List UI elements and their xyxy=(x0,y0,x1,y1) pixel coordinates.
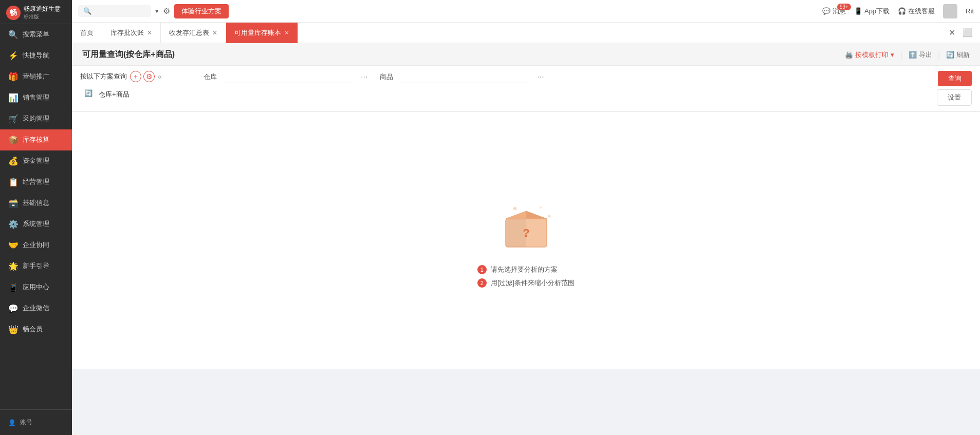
sidebar-header: 畅 畅康通好生意 标准版 xyxy=(0,0,72,24)
query-filters: 仓库 ··· 商品 ··· xyxy=(193,71,929,83)
sidebar-item-appcenter[interactable]: 📱 应用中心 xyxy=(0,277,72,298)
user-icon: 👤 xyxy=(8,419,16,426)
service-label: 在线客服 xyxy=(908,7,935,16)
sidebar-item-marketing[interactable]: 🎁 营销推广 xyxy=(0,66,72,87)
industry-button[interactable]: 体验行业方案 xyxy=(174,4,229,18)
sidebar-item-label: 快捷导航 xyxy=(23,51,49,60)
message-icon: 💬 xyxy=(822,7,830,15)
phone-icon: 📱 xyxy=(854,7,862,15)
online-service-button[interactable]: 🎧 在线客服 xyxy=(898,7,935,16)
sidebar-item-shortcut[interactable]: ⚡ 快捷导航 xyxy=(0,45,72,66)
tab-batch-close[interactable]: ✕ xyxy=(147,29,152,36)
tab-available-label: 可用量库存账本 xyxy=(234,28,281,37)
goods-label: 商品 xyxy=(380,72,393,82)
refresh-button[interactable]: 🔄 刷新 xyxy=(946,50,970,60)
system-icon: ⚙️ xyxy=(8,219,19,229)
print-label: 按模板打印 xyxy=(855,50,889,60)
message-button[interactable]: 💬 消息 99+ xyxy=(822,7,846,16)
scheme-item-warehouse-goods[interactable]: 🔄 仓库+商品 xyxy=(80,86,184,103)
sidebar-item-label: 企业微信 xyxy=(23,304,49,313)
query-button[interactable]: 查询 xyxy=(938,71,972,86)
logo-icon: 畅 xyxy=(6,6,21,20)
sidebar: 畅 畅康通好生意 标准版 🔍 搜索菜单 ⚡ 快捷导航 🎁 营销推广 📊 xyxy=(0,0,72,435)
sidebar-item-operation[interactable]: 📋 经营管理 xyxy=(0,172,72,193)
sales-icon: 📊 xyxy=(8,93,19,103)
tip-text-2: 用[过滤]条件来缩小分析范围 xyxy=(491,278,575,288)
tab-available[interactable]: 可用量库存账本 ✕ xyxy=(226,23,298,43)
enterprise-icon: 🤝 xyxy=(8,240,19,250)
tip-num-2: 2 xyxy=(477,278,487,288)
sidebar-item-system[interactable]: ⚙️ 系统管理 xyxy=(0,214,72,235)
query-panel: 按以下方案查询 + ⚙ « 🔄 仓库+商品 仓库 xyxy=(72,66,980,111)
search-box[interactable]: 🔍 xyxy=(78,5,151,17)
sidebar-item-finance[interactable]: 💰 资金管理 xyxy=(0,150,72,172)
warehouse-input[interactable] xyxy=(221,71,355,83)
tab-receipt-close[interactable]: ✕ xyxy=(212,29,217,36)
sidebar-item-member[interactable]: 👑 畅会员 xyxy=(0,319,72,340)
app-download-button[interactable]: 📱 App下载 xyxy=(854,7,890,16)
scheme-actions: + ⚙ xyxy=(130,71,155,82)
tab-available-close[interactable]: ✕ xyxy=(284,29,289,36)
filter-goods: 商品 ··· xyxy=(380,71,546,83)
edit-scheme-button[interactable]: ⚙ xyxy=(143,71,155,82)
newguide-icon: 🌟 xyxy=(8,261,19,271)
sidebar-item-wechat[interactable]: 💬 企业微信 xyxy=(0,298,72,319)
sidebar-bottom-user[interactable]: 👤 账号 xyxy=(0,414,72,431)
logo-sub: 标准版 xyxy=(24,13,61,21)
tip-num-1: 1 xyxy=(477,265,487,274)
search-input[interactable] xyxy=(95,8,146,15)
dropdown-icon[interactable]: ▾ xyxy=(155,7,159,15)
sidebar-item-newguide[interactable]: 🌟 新手引导 xyxy=(0,256,72,277)
svg-point-4 xyxy=(540,206,542,209)
username[interactable]: Rit xyxy=(966,7,974,15)
sidebar-bottom: 👤 账号 xyxy=(0,409,72,435)
tip-text-1: 请先选择要分析的方案 xyxy=(491,265,558,274)
tabs-actions: ✕ ⬜ xyxy=(941,26,980,40)
warehouse-label: 仓库 xyxy=(204,72,217,82)
export-button[interactable]: ⬆️ 导出 xyxy=(909,50,932,60)
sidebar-nav: 🔍 搜索菜单 ⚡ 快捷导航 🎁 营销推广 📊 销售管理 🛒 采购管理 📦 xyxy=(0,24,72,409)
logo-name: 畅康通好生意 xyxy=(24,5,61,13)
tab-receipt[interactable]: 收发存汇总表 ✕ xyxy=(161,23,226,43)
page-title: 可用量查询(按仓库+商品) xyxy=(82,49,175,60)
page-header: 可用量查询(按仓库+商品) 🖨️ 按模板打印 ▾ | ⬆️ 导出 | 🔄 xyxy=(72,43,980,66)
warehouse-more[interactable]: ··· xyxy=(359,72,369,82)
tabs-bar: 首页 库存批次账 ✕ 收发存汇总表 ✕ 可用量库存账本 ✕ ✕ ⬜ xyxy=(72,23,980,43)
maximize-button[interactable]: ⬜ xyxy=(960,26,975,40)
svg-point-3 xyxy=(513,207,516,210)
sidebar-item-inventory[interactable]: 📦 库存核算 xyxy=(0,129,72,150)
sidebar-item-enterprise[interactable]: 🤝 企业协同 xyxy=(0,235,72,256)
goods-input[interactable] xyxy=(397,71,531,83)
empty-illustration: ? xyxy=(495,193,557,255)
print-dropdown-icon[interactable]: ▾ xyxy=(891,51,894,59)
settings-button[interactable]: 设置 xyxy=(937,89,972,106)
sidebar-item-label: 销售管理 xyxy=(23,93,49,102)
goods-more[interactable]: ··· xyxy=(535,72,546,82)
tab-home[interactable]: 首页 xyxy=(72,23,102,43)
sidebar-item-label: 库存核算 xyxy=(23,135,49,144)
gear-icon[interactable]: ⚙ xyxy=(163,6,170,16)
user-label: 账号 xyxy=(20,418,32,427)
close-tab-button[interactable]: ✕ xyxy=(947,26,957,40)
query-scheme: 按以下方案查询 + ⚙ « 🔄 仓库+商品 xyxy=(80,71,193,103)
refresh-label: 刷新 xyxy=(956,50,970,60)
sidebar-item-basic[interactable]: 🗃️ 基础信息 xyxy=(0,193,72,214)
divider: | xyxy=(900,51,902,59)
filter-warehouse: 仓库 ··· xyxy=(204,71,369,83)
avatar[interactable] xyxy=(943,4,957,18)
tab-batch-label: 库存批次账 xyxy=(110,28,144,37)
basic-icon: 🗃️ xyxy=(8,198,19,208)
collapse-button[interactable]: « xyxy=(158,72,162,81)
page-header-actions: 🖨️ 按模板打印 ▾ | ⬆️ 导出 | 🔄 刷新 xyxy=(845,50,970,60)
sidebar-item-label: 基础信息 xyxy=(23,198,49,207)
tab-batch[interactable]: 库存批次账 ✕ xyxy=(102,23,161,43)
print-button[interactable]: 🖨️ 按模板打印 ▾ xyxy=(845,50,894,60)
sidebar-item-sales[interactable]: 📊 销售管理 xyxy=(0,87,72,108)
export-label: 导出 xyxy=(919,50,932,60)
sidebar-item-search[interactable]: 🔍 搜索菜单 xyxy=(0,24,72,45)
operation-icon: 📋 xyxy=(8,177,19,187)
scheme-item-icon: 🔄 xyxy=(84,89,95,100)
shortcut-icon: ⚡ xyxy=(8,51,19,61)
add-scheme-button[interactable]: + xyxy=(130,71,141,82)
sidebar-item-purchase[interactable]: 🛒 采购管理 xyxy=(0,108,72,129)
